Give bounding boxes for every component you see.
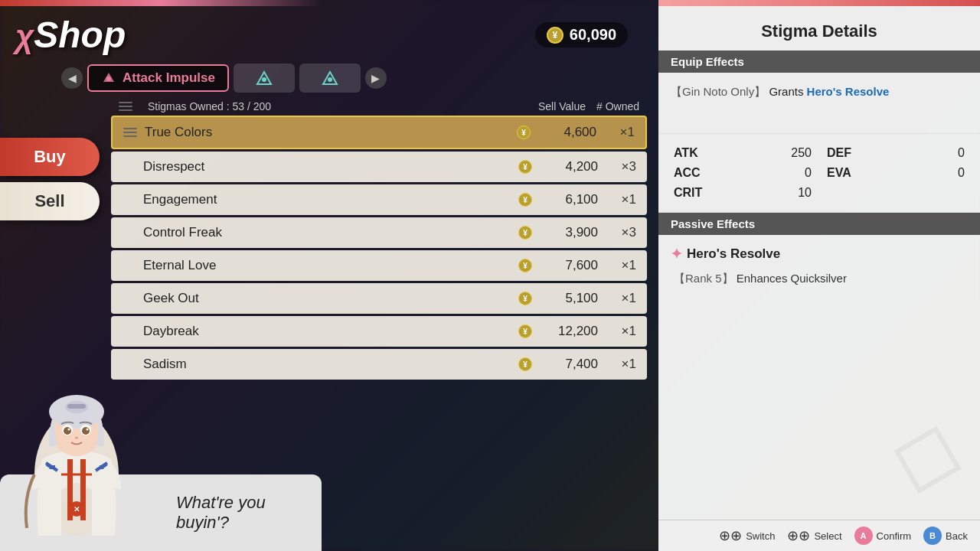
stat-row-eva: EVA 0	[827, 166, 965, 180]
item-list: True Colors¥4,600×1Disrespect¥4,200×3Eng…	[111, 116, 647, 380]
item-owned: ×1	[598, 357, 636, 372]
panel-top-accent	[658, 0, 980, 6]
buy-button[interactable]: Buy	[0, 138, 100, 176]
item-row[interactable]: Control Freak¥3,900×3	[111, 217, 647, 248]
stats-grid: ATK 250 DEF 0 ACC 0 EVA 0 CRIT 10	[658, 134, 980, 213]
svg-point-20	[87, 429, 89, 431]
def-label: DEF	[827, 146, 865, 160]
filter-slot-1[interactable]	[234, 64, 295, 93]
confirm-label: Confirm	[877, 530, 912, 542]
equip-text-link: Hero's Resolve	[807, 85, 890, 98]
eva-value: 0	[865, 166, 965, 180]
acc-value: 0	[712, 166, 812, 180]
atk-value: 250	[712, 146, 812, 160]
item-price: 4,200	[537, 159, 598, 174]
item-owned: ×1	[598, 291, 636, 306]
equip-text-main: Grants	[769, 85, 806, 98]
item-price: 5,100	[537, 291, 598, 306]
acc-label: ACC	[674, 166, 712, 180]
sell-button[interactable]: Sell	[0, 182, 100, 220]
right-panel: Stigma Details Equip Effects 【Gin Noto O…	[658, 0, 980, 551]
select-label: Select	[814, 530, 841, 542]
filter-slot-2[interactable]	[299, 64, 361, 93]
filter-arrow-left[interactable]: ◀	[61, 67, 83, 89]
sell-icon: ¥	[517, 126, 531, 139]
ctrl-switch: ⊕⊕ Switch	[719, 527, 775, 544]
item-owned: ×3	[598, 225, 636, 240]
sell-value-header: Sell Value	[509, 100, 586, 112]
filter-active-item[interactable]: Attack Impulse	[87, 64, 229, 92]
equip-effects-content: 【Gin Noto Only】 Grants Hero's Resolve	[658, 73, 980, 134]
item-name: True Colors	[145, 125, 517, 140]
ctrl-back: B Back	[923, 527, 968, 545]
svg-point-18	[82, 427, 90, 435]
passive-ability: ✦ Hero's Resolve	[671, 246, 968, 262]
item-name: Eternal Love	[143, 258, 518, 273]
dialog-text: What're you buyin'?	[176, 493, 302, 533]
item-row[interactable]: Eternal Love¥7,600×1	[111, 250, 647, 281]
item-price: 6,100	[537, 192, 598, 207]
dpad-switch-icon: ⊕⊕	[719, 527, 742, 544]
stat-row-def: DEF 0	[827, 146, 965, 160]
sell-icon: ¥	[518, 193, 532, 207]
filter-arrow-right[interactable]: ▶	[365, 67, 387, 89]
confirm-btn-icon: A	[854, 527, 873, 545]
shop-title-chi: χ	[15, 18, 34, 54]
sell-icon: ¥	[518, 160, 532, 174]
item-row[interactable]: Geek Out¥5,100×1	[111, 283, 647, 314]
atk-label: ATK	[674, 146, 712, 160]
item-price: 12,200	[537, 324, 598, 339]
crit-value: 10	[712, 186, 812, 200]
list-icon-header	[119, 102, 132, 111]
passive-ability-name: Hero's Resolve	[687, 246, 780, 262]
stat-row-atk: ATK 250	[674, 146, 812, 160]
character-svg: ✕	[0, 321, 153, 543]
item-row[interactable]: Disrespect¥4,200×3	[111, 152, 647, 182]
item-row[interactable]: True Colors¥4,600×1	[111, 116, 647, 149]
item-row[interactable]: Daybreak¥12,200×1	[111, 316, 647, 347]
currency-amount: 60,090	[570, 26, 616, 44]
svg-point-21	[75, 437, 78, 439]
sell-icon: ¥	[518, 292, 532, 305]
def-value: 0	[865, 146, 965, 160]
svg-text:✕: ✕	[74, 505, 80, 514]
item-row[interactable]: Sadism¥7,400×1	[111, 349, 647, 380]
item-price: 4,600	[535, 125, 596, 140]
filter-label: Attack Impulse	[122, 70, 215, 86]
item-name: Control Freak	[143, 225, 518, 240]
ctrl-select: ⊕⊕ Select	[787, 527, 841, 544]
back-label: Back	[946, 530, 968, 542]
currency-icon: ¥	[547, 27, 564, 44]
passive-bracket: 【Rank 5】	[674, 272, 733, 285]
ctrl-confirm: A Confirm	[854, 527, 912, 545]
stat-row-crit: CRIT 10	[674, 186, 812, 200]
equip-bracket: 【Gin Noto Only】	[671, 85, 766, 98]
item-name: Daybreak	[143, 324, 518, 339]
bottom-bar: ⊕⊕ Switch ⊕⊕ Select A Confirm B Back	[658, 520, 980, 551]
svg-point-19	[68, 429, 70, 431]
list-icon	[123, 128, 137, 137]
item-owned: ×1	[598, 324, 636, 339]
item-row[interactable]: Engagement¥6,100×1	[111, 184, 647, 215]
item-owned: ×1	[598, 258, 636, 273]
equip-effects-header: Equip Effects	[658, 51, 980, 73]
shop-title-text: Shop	[34, 15, 126, 55]
passive-effects-header: Passive Effects	[658, 213, 980, 235]
ability-star-icon: ✦	[671, 246, 682, 262]
svg-point-2	[262, 77, 266, 82]
stigmas-owned-label: Stigmas Owned : 53 / 200	[148, 100, 501, 112]
action-buttons: Buy Sell	[0, 138, 100, 220]
item-owned: ×3	[598, 159, 636, 174]
shop-title: χShop	[15, 14, 126, 56]
passive-description: 【Rank 5】 Enhances Quicksilver	[671, 270, 968, 288]
filter-icon-left	[101, 70, 116, 86]
eva-label: EVA	[827, 166, 865, 180]
item-price: 7,600	[537, 258, 598, 273]
passive-desc-main: Enhances Quicksilver	[737, 272, 847, 285]
stat-row-acc: ACC 0	[674, 166, 812, 180]
character: ✕	[0, 321, 176, 551]
crit-label: CRIT	[674, 186, 712, 200]
currency-display: ¥ 60,090	[535, 22, 628, 47]
item-owned: ×1	[596, 125, 635, 140]
svg-point-17	[64, 427, 71, 435]
